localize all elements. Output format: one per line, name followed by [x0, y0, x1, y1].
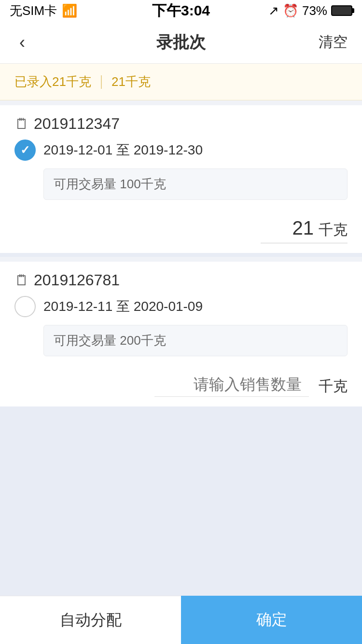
batch-doc-icon-1: 🗒 — [14, 116, 29, 132]
batch-qty-2: 可用交易量 200千克 — [43, 325, 348, 356]
batch-date-row-1[interactable]: 2019-12-01 至 2019-12-30 — [14, 140, 348, 161]
amount-value-1: 21 — [292, 217, 314, 239]
battery-text: 73% — [302, 3, 327, 18]
info-bar: 已录入21千克 21千克 — [0, 64, 362, 100]
amount-num-1: 21 千克 — [292, 217, 348, 240]
amount-row-1: 21 千克 — [0, 210, 362, 257]
back-button[interactable]: ‹ — [14, 28, 30, 57]
input-underline-2 — [154, 396, 309, 397]
status-left: 无SIM卡 📶 — [10, 2, 77, 19]
wifi-icon: 📶 — [62, 3, 77, 18]
status-right: ↗ ⏰ 73% — [268, 3, 352, 18]
amount-border-1 — [261, 243, 348, 243]
nav-bar: ‹ 录批次 清空 — [0, 21, 362, 64]
status-time: 下午3:04 — [152, 1, 210, 21]
batch-item-1: 🗒 2019112347 2019-12-01 至 2019-12-30 可用交… — [0, 105, 362, 210]
radio-2[interactable] — [14, 296, 36, 317]
qty-input-2[interactable] — [164, 376, 309, 393]
batch-id-row-1: 🗒 2019112347 — [14, 115, 348, 133]
batch-id-1: 2019112347 — [34, 115, 120, 133]
batch-item-2: 🗒 2019126781 2019-12-11 至 2020-01-09 可用交… — [0, 262, 362, 366]
batch-qty-1: 可用交易量 100千克 — [43, 168, 348, 200]
radio-1[interactable] — [14, 140, 36, 161]
battery-icon — [331, 5, 352, 16]
recorded-label: 已录入21千克 — [14, 73, 91, 90]
location-icon: ↗ — [268, 3, 279, 18]
page-title: 录批次 — [156, 31, 206, 54]
amount-wrap-1: 21 千克 — [261, 217, 348, 243]
batch-date-2: 2019-12-11 至 2020-01-09 — [43, 297, 203, 316]
auto-distribute-button[interactable]: 自动分配 — [0, 596, 181, 644]
recorded-value: 21千克 — [111, 73, 151, 90]
status-bar: 无SIM卡 📶 下午3:04 ↗ ⏰ 73% — [0, 0, 362, 21]
sim-text: 无SIM卡 — [10, 2, 57, 19]
info-divider — [101, 75, 102, 89]
bottom-bar: 自动分配 确定 — [0, 596, 362, 644]
batch-id-2: 2019126781 — [34, 271, 120, 289]
amount-unit-1: 千克 — [319, 220, 348, 240]
input-unit-2: 千克 — [319, 377, 348, 396]
input-wrap-2 — [154, 376, 309, 397]
confirm-button[interactable]: 确定 — [181, 596, 362, 644]
input-row-2: 千克 — [0, 366, 362, 410]
alarm-icon: ⏰ — [283, 3, 298, 18]
batch-id-row-2: 🗒 2019126781 — [14, 271, 348, 289]
batch-doc-icon-2: 🗒 — [14, 272, 29, 289]
batch-date-row-2[interactable]: 2019-12-11 至 2020-01-09 — [14, 296, 348, 317]
clear-button[interactable]: 清空 — [319, 32, 348, 52]
batch-date-1: 2019-12-01 至 2019-12-30 — [43, 141, 203, 159]
